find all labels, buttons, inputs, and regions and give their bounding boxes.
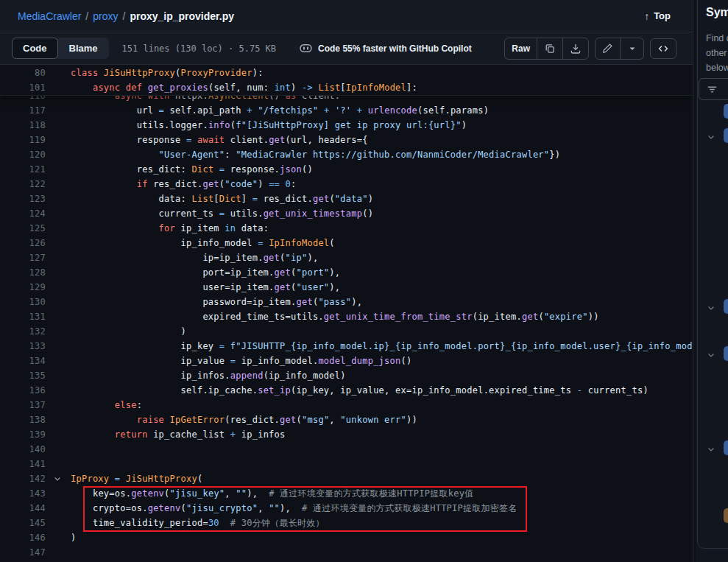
symbols-panel: Symbols Find definitions and references … bbox=[696, 0, 728, 562]
line-number[interactable]: 123 bbox=[0, 192, 46, 206]
sticky-scope-header: 80class JiSuHttpProxy(ProxyProvider):101… bbox=[0, 65, 693, 96]
line-number[interactable]: 142 bbox=[0, 471, 46, 486]
line-number[interactable]: 119 bbox=[0, 133, 46, 147]
breadcrumb-separator: / bbox=[85, 10, 88, 22]
edit-file-button[interactable] bbox=[596, 38, 620, 59]
symbol-row bbox=[696, 301, 728, 315]
chevron-down-icon[interactable] bbox=[707, 131, 715, 144]
line-number[interactable]: 141 bbox=[0, 457, 46, 471]
line-number[interactable]: 129 bbox=[0, 280, 46, 295]
line-number[interactable]: 125 bbox=[0, 221, 46, 236]
symbol-row bbox=[696, 130, 728, 144]
back-to-top-label: Top bbox=[654, 10, 671, 21]
edit-actions-group bbox=[595, 38, 644, 60]
symbol-kind-badge[interactable] bbox=[724, 104, 728, 119]
code-text: url = self.api_path + "/fetchips" + '?' … bbox=[71, 105, 489, 116]
code-text: IpProxy = JiSuHttpProxy( bbox=[71, 474, 202, 484]
code-lines: 116 async with httpx.AsyncClient() as cl… bbox=[0, 88, 693, 560]
fold-toggle-icon[interactable] bbox=[50, 471, 65, 486]
code-line: 126 ip_info_model = IpInfoModel( bbox=[0, 236, 693, 250]
file-panel: MediaCrawler / proxy / proxy_ip_provider… bbox=[0, 0, 693, 562]
code-line: 137 else: bbox=[0, 398, 693, 412]
code-line: 142IpProxy = JiSuHttpProxy( bbox=[0, 471, 693, 486]
code-text: response = await client.get(url, headers… bbox=[71, 135, 368, 145]
code-text: current_ts = utils.get_unix_timestamp() bbox=[71, 208, 373, 219]
code-text: ip_value = ip_info_model.model_dump_json… bbox=[71, 356, 411, 366]
line-number[interactable]: 118 bbox=[0, 118, 46, 133]
line-number[interactable]: 128 bbox=[0, 265, 46, 280]
line-number[interactable]: 122 bbox=[0, 177, 46, 192]
back-to-top-button[interactable]: ↑ Top bbox=[644, 10, 671, 22]
chevron-down-icon[interactable] bbox=[707, 349, 715, 362]
line-number[interactable]: 131 bbox=[0, 309, 46, 324]
code-viewer: 116 async with httpx.AsyncClient() as cl… bbox=[0, 65, 693, 562]
code-line: 117 url = self.api_path + "/fetchips" + … bbox=[0, 103, 693, 118]
symbol-kind-badge[interactable] bbox=[724, 508, 728, 523]
line-number[interactable]: 146 bbox=[0, 530, 46, 545]
line-number[interactable]: 140 bbox=[0, 442, 46, 457]
line-number[interactable]: 130 bbox=[0, 295, 46, 309]
symbol-kind-badge[interactable] bbox=[724, 299, 728, 314]
code-line: 135 ip_infos.append(ip_info_model) bbox=[0, 368, 693, 383]
line-number[interactable]: 117 bbox=[0, 103, 46, 118]
code-line: 122 if res_dict.get("code") == 0: bbox=[0, 177, 693, 192]
raw-actions-group: Raw bbox=[504, 38, 589, 60]
line-number[interactable]: 80 bbox=[0, 66, 46, 80]
line-number[interactable]: 132 bbox=[0, 324, 46, 339]
symbols-pane-toggle-button[interactable] bbox=[650, 38, 676, 59]
line-number[interactable]: 127 bbox=[0, 250, 46, 265]
line-number[interactable]: 120 bbox=[0, 147, 46, 162]
line-number[interactable]: 135 bbox=[0, 368, 46, 383]
filter-symbols-input[interactable] bbox=[699, 78, 728, 100]
line-number[interactable]: 136 bbox=[0, 383, 46, 398]
copy-raw-button[interactable] bbox=[537, 38, 562, 59]
symbol-kind-badge[interactable] bbox=[724, 346, 728, 361]
symbols-description-line: below. bbox=[706, 60, 728, 75]
chevron-down-icon[interactable] bbox=[707, 443, 715, 457]
raw-button[interactable]: Raw bbox=[505, 38, 537, 59]
line-number[interactable]: 126 bbox=[0, 236, 46, 250]
breadcrumb-folder-link[interactable]: proxy bbox=[93, 10, 118, 22]
line-number[interactable]: 145 bbox=[0, 516, 46, 530]
tab-code[interactable]: Code bbox=[12, 38, 58, 59]
code-line: 141 bbox=[0, 457, 693, 471]
line-number[interactable]: 143 bbox=[0, 486, 46, 501]
code-line: 128 port=ip_item.get("port"), bbox=[0, 265, 693, 280]
arrow-up-icon: ↑ bbox=[644, 10, 649, 22]
code-line: 134 ip_value = ip_info_model.model_dump_… bbox=[0, 354, 693, 368]
code-line: 130 password=ip_item.get("pass"), bbox=[0, 295, 693, 309]
breadcrumb-repo-link[interactable]: MediaCrawler bbox=[18, 10, 81, 22]
line-number[interactable]: 144 bbox=[0, 501, 46, 516]
code-line: 138 raise IpGetError(res_dict.get("msg",… bbox=[0, 412, 693, 427]
copy-icon bbox=[544, 43, 556, 55]
code-line: 80class JiSuHttpProxy(ProxyProvider): bbox=[0, 66, 693, 80]
line-number[interactable]: 124 bbox=[0, 206, 46, 221]
line-number[interactable]: 147 bbox=[0, 545, 46, 560]
chevron-down-icon[interactable] bbox=[707, 302, 715, 315]
symbol-kind-badge[interactable] bbox=[724, 440, 728, 455]
edit-dropdown-button[interactable] bbox=[620, 38, 643, 59]
pencil-icon bbox=[602, 43, 613, 54]
line-number[interactable]: 134 bbox=[0, 354, 46, 368]
code-text: "User-Agent": "MediaCrawler https://gith… bbox=[71, 150, 560, 160]
line-number[interactable]: 133 bbox=[0, 339, 46, 354]
line-number[interactable]: 121 bbox=[0, 162, 46, 177]
code-text: ) bbox=[71, 326, 186, 337]
download-icon bbox=[570, 43, 582, 55]
tab-blame[interactable]: Blame bbox=[58, 38, 109, 59]
code-text: time_validity_period=30 # 30分钟（最长时效） bbox=[71, 518, 325, 528]
code-line: 124 current_ts = utils.get_unix_timestam… bbox=[0, 206, 693, 221]
copilot-banner[interactable]: Code 55% faster with GitHub Copilot bbox=[300, 42, 472, 55]
code-line: 101 async def get_proxies(self, num: int… bbox=[0, 80, 693, 95]
code-blame-switcher: Code Blame bbox=[12, 38, 109, 59]
line-number[interactable]: 137 bbox=[0, 398, 46, 412]
code-text: for ip_item in data: bbox=[71, 223, 269, 233]
line-number[interactable]: 101 bbox=[0, 80, 46, 95]
code-line: 144 crypto=os.getenv("jisu_crypto", ""),… bbox=[0, 501, 693, 516]
code-line: 140 bbox=[0, 442, 693, 457]
symbol-kind-badge[interactable] bbox=[724, 128, 728, 143]
code-text: port=ip_item.get("port"), bbox=[71, 267, 340, 278]
line-number[interactable]: 138 bbox=[0, 412, 46, 427]
download-raw-button[interactable] bbox=[562, 38, 588, 59]
line-number[interactable]: 139 bbox=[0, 427, 46, 442]
